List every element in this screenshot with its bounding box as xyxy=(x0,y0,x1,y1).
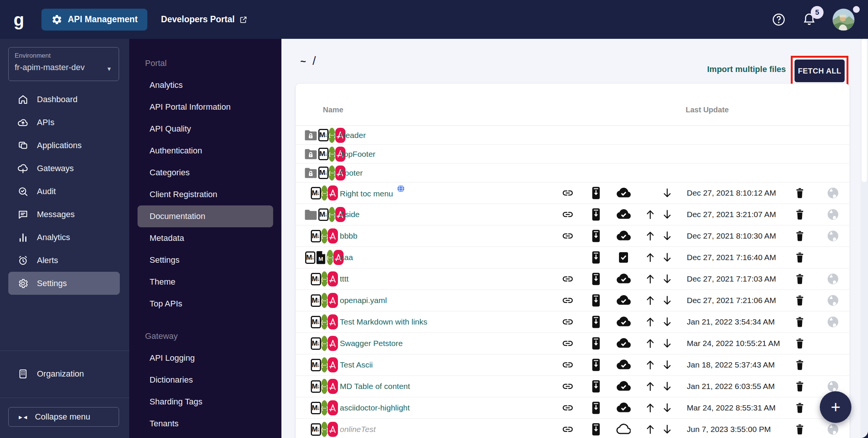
set-homepage-globe-icon[interactable] xyxy=(825,230,841,242)
move-down-icon[interactable] xyxy=(660,380,674,392)
publish-state-icon[interactable] xyxy=(614,273,633,285)
page-name-link[interactable]: asciidoctor-highlight xyxy=(340,403,410,412)
subnav-item-top-apis[interactable]: Top APIs xyxy=(138,293,273,315)
set-homepage-globe-icon[interactable] xyxy=(825,315,841,328)
publish-state-icon[interactable] xyxy=(614,187,633,199)
sidebar-item-messages[interactable]: Messages xyxy=(8,203,120,226)
publish-state-icon[interactable] xyxy=(614,251,633,264)
save-download-icon[interactable] xyxy=(588,401,604,415)
copy-link-icon[interactable] xyxy=(559,423,576,435)
sidebar-item-applications[interactable]: Applications xyxy=(8,134,120,157)
sidebar-item-audit[interactable]: Audit xyxy=(8,180,120,203)
move-down-icon[interactable] xyxy=(660,294,674,306)
move-up-icon[interactable] xyxy=(643,402,657,414)
copy-link-icon[interactable] xyxy=(559,230,576,242)
copy-link-icon[interactable] xyxy=(559,359,576,371)
move-down-icon[interactable] xyxy=(660,359,674,371)
move-up-icon[interactable] xyxy=(643,230,657,242)
notifications-button[interactable]: 5 xyxy=(802,12,817,27)
move-up-icon[interactable] xyxy=(643,316,657,328)
page-name-link[interactable]: onlineTest xyxy=(340,425,376,434)
set-homepage-globe-icon[interactable] xyxy=(825,380,841,393)
save-download-icon[interactable] xyxy=(588,208,604,221)
move-up-icon[interactable] xyxy=(643,294,657,306)
delete-icon[interactable] xyxy=(792,273,808,285)
delete-icon[interactable] xyxy=(792,251,808,264)
save-download-icon[interactable] xyxy=(588,380,604,393)
subnav-item-theme[interactable]: Theme xyxy=(138,271,273,293)
copy-link-icon[interactable] xyxy=(559,273,576,285)
move-up-icon[interactable] xyxy=(643,337,657,349)
page-name-link[interactable]: Footer xyxy=(340,168,363,178)
save-download-icon[interactable] xyxy=(588,294,604,307)
page-name-link[interactable]: Aside xyxy=(340,210,360,219)
move-up-icon[interactable] xyxy=(643,273,657,285)
publish-state-icon[interactable] xyxy=(614,423,633,435)
subnav-item-authentication[interactable]: Authentication xyxy=(138,140,273,162)
avatar[interactable] xyxy=(833,9,854,31)
subnav-item-api-portal-information[interactable]: API Portal Information xyxy=(138,96,273,118)
publish-state-icon[interactable] xyxy=(614,380,633,393)
subnav-item-tenants[interactable]: Tenants xyxy=(138,413,273,435)
developers-portal-link[interactable]: Developers Portal xyxy=(161,14,248,25)
save-download-icon[interactable] xyxy=(588,251,604,264)
delete-icon[interactable] xyxy=(792,187,808,199)
publish-state-icon[interactable] xyxy=(614,230,633,242)
set-homepage-globe-icon[interactable] xyxy=(825,294,841,307)
sidebar-item-analytics[interactable]: Analytics xyxy=(8,226,120,249)
subnav-item-client-registration[interactable]: Client Registration xyxy=(138,184,273,205)
move-down-icon[interactable] xyxy=(660,208,674,221)
subnav-item-settings[interactable]: Settings xyxy=(138,249,273,271)
move-down-icon[interactable] xyxy=(660,230,674,242)
delete-icon[interactable] xyxy=(792,423,808,436)
save-download-icon[interactable] xyxy=(588,186,604,200)
save-download-icon[interactable] xyxy=(588,229,604,243)
move-up-icon[interactable] xyxy=(643,380,657,392)
set-homepage-globe-icon[interactable] xyxy=(825,208,841,221)
page-name-link[interactable]: openapi.yaml xyxy=(340,296,387,305)
set-homepage-globe-icon[interactable] xyxy=(825,273,841,285)
page-name-link[interactable]: TopFooter xyxy=(340,150,376,159)
delete-icon[interactable] xyxy=(792,337,808,350)
move-down-icon[interactable] xyxy=(660,273,674,285)
page-name-link[interactable]: Swagger Petstore xyxy=(340,339,403,348)
subnav-item-sharding-tags[interactable]: Sharding Tags xyxy=(138,391,273,413)
page-name-link[interactable]: Header xyxy=(340,131,366,140)
publish-state-icon[interactable] xyxy=(614,208,633,221)
environment-selector[interactable]: Environment fr-apim-master-dev ▼ xyxy=(8,47,119,81)
sidebar-item-organization[interactable]: Organization xyxy=(8,362,120,385)
move-down-icon[interactable] xyxy=(660,316,674,328)
publish-state-icon[interactable] xyxy=(614,359,633,371)
page-name-link[interactable]: bbbb xyxy=(340,231,358,240)
scrollbar-thumb[interactable] xyxy=(862,39,867,182)
copy-link-icon[interactable] xyxy=(559,380,576,392)
delete-icon[interactable] xyxy=(792,315,808,328)
delete-icon[interactable] xyxy=(792,401,808,414)
move-down-icon[interactable] xyxy=(660,251,674,263)
move-down-icon[interactable] xyxy=(660,337,674,349)
copy-link-icon[interactable] xyxy=(559,402,576,414)
api-management-button[interactable]: API Management xyxy=(41,9,147,31)
subnav-item-dictionaries[interactable]: Dictionaries xyxy=(138,369,273,391)
save-download-icon[interactable] xyxy=(588,358,604,372)
move-down-icon[interactable] xyxy=(660,402,674,414)
publish-state-icon[interactable] xyxy=(614,294,633,307)
copy-link-icon[interactable] xyxy=(559,294,576,306)
move-down-icon[interactable] xyxy=(660,187,674,199)
subnav-item-metadata[interactable]: Metadata xyxy=(138,227,273,249)
subnav-item-api-logging[interactable]: API Logging xyxy=(138,347,273,369)
delete-icon[interactable] xyxy=(792,208,808,221)
move-up-icon[interactable] xyxy=(643,423,657,435)
set-homepage-globe-icon[interactable] xyxy=(825,423,841,436)
sidebar-item-alerts[interactable]: Alerts xyxy=(8,249,120,272)
sidebar-item-gateways[interactable]: Gateways xyxy=(8,157,120,180)
page-name-link[interactable]: MD Table of content xyxy=(340,382,410,391)
save-download-icon[interactable] xyxy=(588,423,604,436)
page-name-link[interactable]: Test Markdown with links xyxy=(340,317,427,326)
copy-link-icon[interactable] xyxy=(559,187,576,199)
help-button[interactable] xyxy=(772,12,786,27)
subnav-item-documentation[interactable]: Documentation xyxy=(138,205,273,227)
fetch-all-button[interactable]: FETCH ALL xyxy=(795,60,845,82)
copy-link-icon[interactable] xyxy=(559,208,576,221)
subnav-item-api-quality[interactable]: API Quality xyxy=(138,118,273,140)
